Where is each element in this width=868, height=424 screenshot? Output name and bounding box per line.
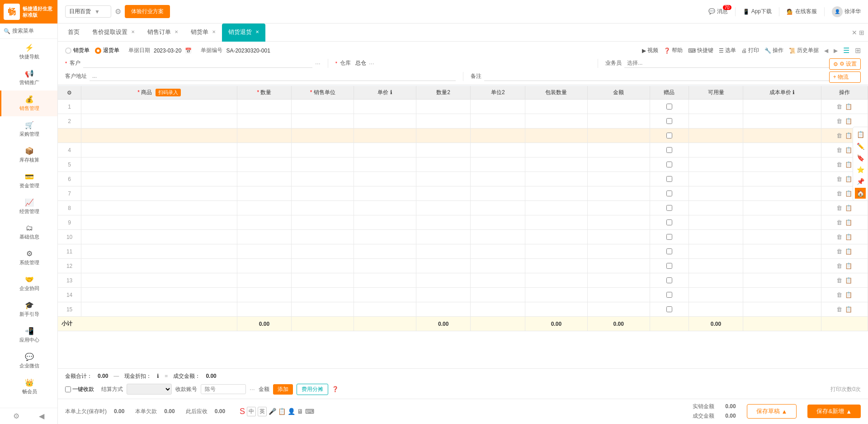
video-btn[interactable]: ▶ 视频 [642, 47, 658, 54]
delete-row-icon-2[interactable]: 🗑 [836, 118, 842, 124]
sidebar-item-newbie[interactable]: 🎓新手引导 [0, 296, 57, 322]
tab-close-sale-order[interactable]: ✕ [175, 29, 178, 34]
qa-btn-5[interactable]: 📌 [855, 176, 866, 187]
copy-row-icon-14[interactable]: 📋 [845, 291, 852, 298]
delete-row-icon-1[interactable]: 🗑 [836, 103, 842, 110]
sidebar-item-wechat[interactable]: 💬企业微信 [0, 348, 57, 374]
topbar-message[interactable]: 💬 消息 70 [708, 8, 727, 15]
copy-row-icon-5[interactable]: 📋 [845, 161, 852, 168]
tab-close-sale-price[interactable]: ✕ [131, 29, 135, 34]
gift-checkbox-12[interactable] [666, 263, 672, 269]
row-gift-cell-14[interactable] [650, 288, 689, 302]
sidebar-item-finance[interactable]: 💳资金管理 [0, 168, 57, 194]
topbar-user[interactable]: 👤 徐泽华 [832, 6, 861, 17]
gift-checkbox-3[interactable] [666, 133, 672, 138]
delete-row-icon-9[interactable]: 🗑 [836, 219, 842, 226]
row-gift-cell-6[interactable] [650, 172, 689, 186]
close-all-tabs-icon[interactable]: ✕ [852, 29, 857, 36]
gift-checkbox-2[interactable] [666, 118, 672, 124]
copy-row-icon-12[interactable]: 📋 [845, 262, 852, 269]
date-picker-icon[interactable]: 📅 [185, 48, 192, 54]
copy-row-icon-13[interactable]: 📋 [845, 277, 852, 284]
nav-prev-icon[interactable]: ◀ [824, 48, 828, 54]
radio-delivery[interactable]: 销货单 [65, 47, 90, 54]
settings-btn[interactable]: ⚙ ⚙ 设置 [829, 58, 861, 70]
sidebar-item-inventory[interactable]: 📦库存核算 [0, 142, 57, 168]
save-draft-btn[interactable]: 保存草稿 ▲ [747, 404, 797, 419]
view-list-icon[interactable]: ☰ [843, 46, 849, 55]
nav-next-icon[interactable]: ▶ [834, 48, 838, 54]
tab-sale-order[interactable]: 销售订单✕ [141, 24, 184, 42]
delete-row-icon-15[interactable]: 🗑 [836, 306, 842, 313]
qa-btn-2[interactable]: ✏️ [855, 141, 866, 152]
row-gift-cell-8[interactable] [650, 201, 689, 215]
gift-checkbox-10[interactable] [666, 234, 672, 240]
copy-row-icon-10[interactable]: 📋 [845, 233, 852, 240]
expand-tabs-icon[interactable]: ⊞ [859, 29, 864, 36]
cash-discount-info-icon[interactable]: ℹ [157, 373, 159, 379]
delete-row-icon-11[interactable]: 🗑 [836, 248, 842, 255]
copy-row-icon-7[interactable]: 📋 [845, 190, 852, 197]
gift-checkbox-11[interactable] [666, 248, 672, 254]
gift-checkbox-9[interactable] [666, 219, 672, 225]
row-gift-cell-10[interactable] [650, 230, 689, 244]
radio-return[interactable]: 退货单 [95, 47, 119, 54]
sidebar-item-operation[interactable]: 📈经营管理 [0, 194, 57, 219]
one-key-collect-input[interactable] [65, 386, 71, 392]
gift-checkbox-7[interactable] [666, 191, 672, 196]
gift-checkbox-6[interactable] [666, 176, 672, 182]
topbar-online-service[interactable]: 💁 在线客服 [787, 8, 817, 15]
tab-close-sale-delivery[interactable]: ✕ [212, 29, 216, 34]
row-gift-cell-11[interactable] [650, 244, 689, 259]
topbar-gear-icon[interactable]: ⚙ [115, 7, 121, 16]
tab-sale-price[interactable]: 售价提取设置✕ [86, 24, 141, 42]
view-grid-icon[interactable]: ⊞ [855, 46, 861, 55]
delete-row-icon-3[interactable]: 🗑 [836, 132, 842, 139]
delete-row-icon-13[interactable]: 🗑 [836, 277, 842, 284]
shortcut-btn[interactable]: ⌨ 快捷键 [688, 47, 713, 54]
delete-row-icon-8[interactable]: 🗑 [836, 205, 842, 211]
scan-btn[interactable]: 扫码录入 [156, 89, 181, 96]
calc-method-select[interactable] [127, 384, 172, 395]
topbar-department-select[interactable]: 日用百货 ▼ [65, 5, 111, 18]
delete-row-icon-6[interactable]: 🗑 [836, 176, 842, 182]
row-gift-cell-9[interactable] [650, 215, 689, 230]
row-gift-cell-3[interactable] [650, 129, 689, 143]
product-input-3[interactable] [83, 133, 235, 139]
customer-input[interactable] [83, 58, 312, 68]
help-btn[interactable]: ❓ 帮助 [664, 47, 683, 54]
row-gift-cell-12[interactable] [650, 259, 689, 273]
sidebar-item-marketing[interactable]: 📢营销推广 [0, 65, 57, 91]
copy-row-icon-4[interactable]: 📋 [845, 147, 852, 153]
gift-checkbox-15[interactable] [666, 306, 672, 312]
tab-sale-return[interactable]: 销货退货✕ [222, 24, 265, 42]
tab-sale-delivery[interactable]: 销货单✕ [184, 24, 222, 42]
copy-row-icon-8[interactable]: 📋 [845, 205, 852, 211]
row-gift-cell-1[interactable] [650, 100, 689, 114]
sidebar-item-purchase[interactable]: 🛒采购管理 [0, 116, 57, 142]
customer-picker-btn[interactable]: ··· [315, 60, 321, 67]
fee-help-icon[interactable]: ❓ [332, 386, 339, 392]
tab-home[interactable]: 首页 [61, 24, 86, 42]
add-payment-btn[interactable]: 添加 [273, 384, 293, 395]
save-new-btn[interactable]: 保存&新增 ▲ [807, 405, 861, 418]
sidebar-item-quick-nav[interactable]: ⚡快捷导航 [0, 39, 57, 65]
gift-checkbox-5[interactable] [666, 162, 672, 167]
delete-row-icon-10[interactable]: 🗑 [836, 233, 842, 240]
qa-btn-3[interactable]: 🔖 [855, 152, 866, 163]
sidebar-item-sales[interactable]: 💰销售管理 [0, 91, 57, 116]
qa-btn-6[interactable]: 🏠 [855, 188, 866, 199]
delete-row-icon-14[interactable]: 🗑 [836, 291, 842, 298]
logistics-btn[interactable]: + 物流 [829, 71, 861, 83]
row-gift-cell-15[interactable] [650, 302, 689, 317]
one-key-collect-checkbox[interactable]: 一键收款 [65, 386, 94, 393]
copy-row-icon-9[interactable]: 📋 [845, 219, 852, 226]
address-input[interactable] [90, 71, 456, 81]
collapse-icon[interactable]: ◀ [39, 412, 44, 420]
sidebar-item-app-center[interactable]: 📲应用中心 [0, 322, 57, 348]
tab-close-sale-return[interactable]: ✕ [255, 29, 259, 34]
select-order-btn[interactable]: ☰ 选单 [719, 47, 736, 54]
delete-row-icon-4[interactable]: 🗑 [836, 147, 842, 153]
row-product-input-cell[interactable] [81, 129, 237, 143]
row-gift-cell-13[interactable] [650, 273, 689, 288]
